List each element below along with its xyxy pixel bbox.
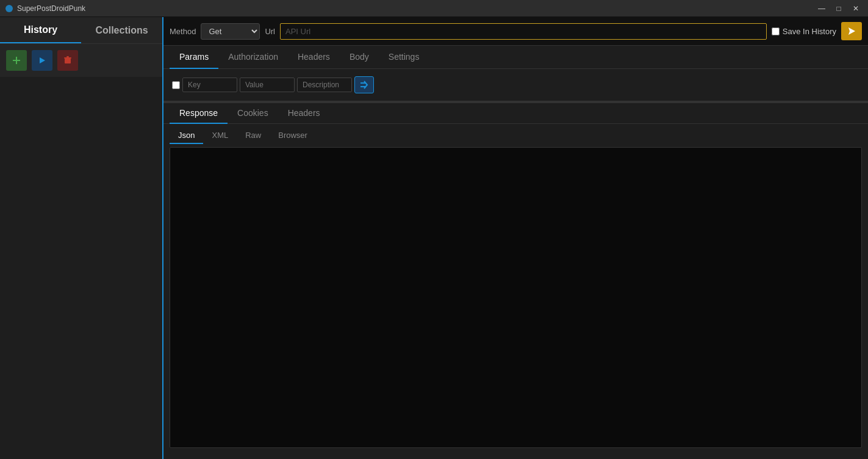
save-history-checkbox[interactable]	[772, 27, 780, 35]
tab-params[interactable]: Params	[170, 46, 218, 69]
tab-body[interactable]: Body	[340, 46, 379, 69]
params-row	[172, 76, 859, 93]
trash-icon	[63, 56, 72, 65]
titlebar-left: SuperPostDroidPunk	[5, 4, 85, 13]
app: History Collections	[0, 17, 868, 459]
params-area	[163, 69, 868, 101]
tab-settings[interactable]: Settings	[379, 46, 429, 69]
svg-marker-7	[848, 27, 855, 35]
sidebar-toolbar	[0, 44, 162, 77]
titlebar-controls: — □ ✕	[814, 3, 863, 14]
svg-rect-5	[64, 57, 71, 59]
svg-rect-6	[66, 56, 69, 57]
app-icon	[5, 4, 13, 13]
svg-marker-3	[40, 57, 45, 63]
svg-rect-4	[65, 59, 71, 63]
param-value-input[interactable]	[240, 78, 295, 92]
add-button[interactable]	[6, 50, 27, 71]
arrow-right-icon	[359, 80, 369, 90]
maximize-button[interactable]: □	[831, 3, 846, 14]
svg-point-0	[5, 5, 13, 12]
minimize-button[interactable]: —	[814, 3, 829, 14]
response-content	[170, 147, 862, 448]
app-title: SuperPostDroidPunk	[17, 4, 85, 13]
sidebar: History Collections	[0, 17, 163, 459]
format-tabs: Json XML Raw Browser	[163, 124, 868, 143]
titlebar: SuperPostDroidPunk — □ ✕	[0, 0, 868, 17]
params-add-button[interactable]	[354, 76, 374, 93]
url-bar: Method Get POST PUT DELETE PATCH HEAD OP…	[163, 17, 868, 46]
tab-headers[interactable]: Headers	[288, 46, 340, 69]
tab-xml[interactable]: XML	[203, 128, 237, 144]
close-button[interactable]: ✕	[848, 3, 863, 14]
sidebar-content	[0, 77, 162, 459]
tab-history[interactable]: History	[0, 17, 81, 43]
tab-raw[interactable]: Raw	[237, 128, 270, 144]
tab-cookies[interactable]: Cookies	[228, 103, 278, 124]
send-icon	[847, 26, 856, 36]
url-input[interactable]	[280, 23, 767, 40]
tab-response-headers[interactable]: Headers	[278, 103, 330, 124]
url-label: Url	[265, 27, 275, 36]
param-row-checkbox[interactable]	[172, 81, 180, 89]
sidebar-tabs: History Collections	[0, 17, 162, 44]
response-section: Response Cookies Headers Json XML	[163, 103, 868, 459]
svg-rect-2	[13, 60, 20, 61]
method-label: Method	[170, 27, 196, 36]
tab-json[interactable]: Json	[170, 128, 203, 144]
tab-response[interactable]: Response	[170, 103, 228, 124]
plus-icon	[12, 56, 21, 65]
request-tabs: Params Authorization Headers Body Settin…	[163, 46, 868, 69]
param-description-input[interactable]	[297, 78, 352, 92]
param-key-input[interactable]	[182, 78, 237, 92]
delete-button[interactable]	[57, 50, 78, 71]
run-button[interactable]	[32, 50, 52, 71]
save-history-container: Save In History	[772, 27, 836, 36]
tab-authorization[interactable]: Authorization	[218, 46, 288, 69]
play-icon	[38, 56, 46, 65]
tab-collections[interactable]: Collections	[81, 17, 162, 43]
save-history-label: Save In History	[783, 27, 836, 36]
request-panel: Method Get POST PUT DELETE PATCH HEAD OP…	[163, 17, 868, 459]
send-button[interactable]	[841, 22, 862, 40]
method-select[interactable]: Get POST PUT DELETE PATCH HEAD OPTIONS	[201, 23, 260, 40]
tab-browser[interactable]: Browser	[270, 128, 316, 144]
response-tabs: Response Cookies Headers	[163, 103, 868, 124]
main-area: History Collections	[0, 17, 868, 459]
